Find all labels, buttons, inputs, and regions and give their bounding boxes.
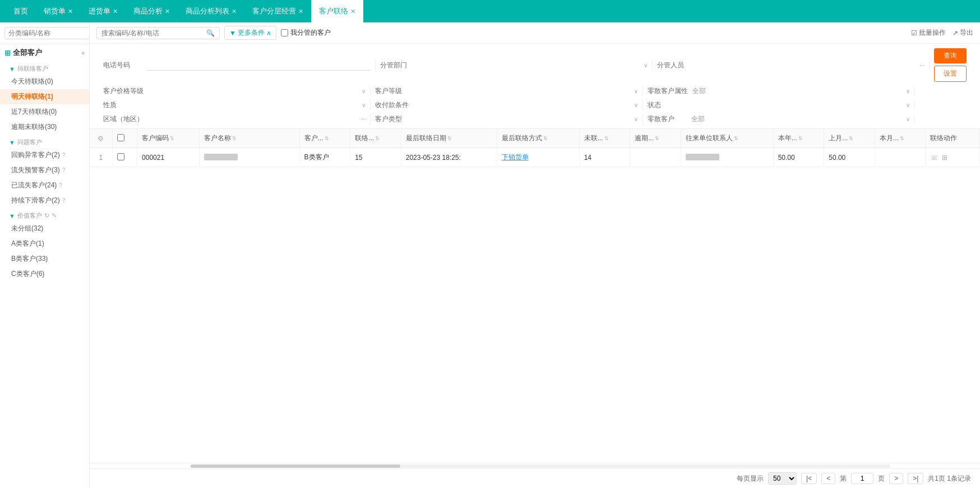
prev-page-button[interactable]: < bbox=[821, 473, 835, 484]
payment-select[interactable]: ∨ bbox=[419, 102, 637, 108]
col-header-code[interactable]: 客户编码⇅ bbox=[137, 129, 200, 148]
col-header-last-date[interactable]: 最后联络日期⇅ bbox=[401, 129, 497, 148]
help-icon[interactable]: ? bbox=[59, 182, 62, 188]
next-page-button[interactable]: > bbox=[889, 473, 903, 484]
first-page-button[interactable]: |< bbox=[801, 473, 817, 484]
search-button[interactable]: 🔍 bbox=[206, 29, 215, 37]
filter-row-1: 电话号码 分管部门 ∨ 分管人员 ··· bbox=[99, 48, 971, 82]
filter-payment: 收付款条件 ∨ bbox=[371, 100, 642, 110]
sort-icon: ⇅ bbox=[655, 136, 659, 141]
batch-operation-button[interactable]: ☑ 批量操作 bbox=[911, 28, 946, 38]
set-button[interactable]: 设置 bbox=[934, 66, 967, 82]
close-icon[interactable]: ✕ bbox=[165, 8, 170, 15]
col-header-contact-person[interactable]: 往来单位联系人⇅ bbox=[681, 129, 773, 148]
col-header-type[interactable]: 客户...⇅ bbox=[299, 129, 350, 148]
nav-product-analysis[interactable]: 商品分析 ✕ bbox=[126, 0, 178, 22]
refresh-icon[interactable]: ↻ bbox=[44, 212, 49, 219]
col-header-this-year[interactable]: 本年...⇅ bbox=[773, 129, 824, 148]
col-header-last-month[interactable]: 上月...⇅ bbox=[824, 129, 875, 148]
col-header-not-contact[interactable]: 未联...⇅ bbox=[579, 129, 630, 148]
gear-icon[interactable]: ⚙ bbox=[98, 135, 104, 142]
nav-sales-order[interactable]: 销货单 ✕ bbox=[36, 0, 81, 22]
filter-row-2: 客户价格等级 ∨ 客户等级 ∨ 零散客户属性 全部 bbox=[99, 86, 971, 96]
sidebar-item-c-class[interactable]: C类客户(6) bbox=[0, 266, 89, 282]
help-icon[interactable]: ? bbox=[62, 167, 66, 173]
more-icon[interactable]: ··· bbox=[361, 116, 366, 122]
filter-phone: 电话号码 bbox=[99, 60, 376, 71]
grid-action-icon[interactable]: ⊞ bbox=[942, 154, 947, 162]
sidebar-item-ungrouped[interactable]: 未分组(32) bbox=[0, 221, 89, 236]
export-icon: ↗ bbox=[953, 29, 958, 37]
row-last-date: 2023-05-23 18:25: bbox=[401, 148, 497, 167]
sidebar-item-repurchase-abnormal[interactable]: 回购异常客户(2) ? bbox=[0, 148, 89, 163]
dept-select[interactable]: ∨ bbox=[424, 62, 648, 68]
select-all-checkbox[interactable] bbox=[117, 134, 124, 141]
export-button[interactable]: ↗ 导出 bbox=[953, 28, 973, 38]
nav-customer-contact[interactable]: 客户联络 ✕ bbox=[311, 0, 363, 22]
more-filter-button[interactable]: ▼ 更多条件 ∧ bbox=[224, 26, 276, 40]
status-select[interactable]: ∨ bbox=[691, 102, 910, 108]
sidebar-item-churn-warning[interactable]: 流失预警客户(3) ? bbox=[0, 163, 89, 178]
row-name bbox=[200, 148, 299, 167]
nav-home[interactable]: 首页 bbox=[6, 0, 36, 22]
close-icon[interactable]: ✕ bbox=[298, 8, 303, 15]
retail-customer-select[interactable]: 全部 ∨ bbox=[691, 114, 910, 124]
my-customers-checkbox[interactable] bbox=[281, 29, 288, 36]
sidebar-item-a-class[interactable]: A类客户(1) bbox=[0, 236, 89, 251]
row-checkbox[interactable] bbox=[117, 153, 124, 160]
sidebar-item-overdue-contact[interactable]: 逾期未联络(30) bbox=[0, 119, 89, 135]
pagination-footer: 每页显示 50 100 200 |< < 第 页 > >| 共1页 1条记录 bbox=[90, 468, 980, 488]
sidebar-item-all-customers[interactable]: ⊞ 全部客户 « bbox=[0, 44, 89, 61]
sidebar-item-b-class[interactable]: B类客户(33) bbox=[0, 251, 89, 266]
collapse-icon[interactable]: « bbox=[81, 50, 85, 56]
customer-level-select[interactable]: ∨ bbox=[419, 88, 637, 94]
col-header-this-month[interactable]: 本月...⇅ bbox=[875, 129, 926, 148]
customer-type-select[interactable]: ∨ bbox=[419, 116, 637, 122]
phone-input[interactable] bbox=[147, 60, 371, 71]
more-icon[interactable]: ··· bbox=[920, 62, 924, 68]
last-page-button[interactable]: >| bbox=[908, 473, 923, 484]
col-header-contact-count[interactable]: 联络...⇅ bbox=[350, 129, 401, 148]
retail-attr-select[interactable]: 全部 ∨ bbox=[692, 86, 910, 96]
nav-customer-tier[interactable]: 客户分层经营 ✕ bbox=[244, 0, 311, 22]
sidebar-group-problem: ▼ 问题客户 bbox=[0, 135, 89, 148]
sidebar-item-7days-pending[interactable]: 近7天待联络(0) bbox=[0, 104, 89, 119]
sort-icon: ⇅ bbox=[849, 136, 853, 141]
last-method-link[interactable]: 下销货单 bbox=[502, 153, 529, 161]
col-header-name[interactable]: 客户名称⇅ bbox=[200, 129, 299, 148]
horizontal-scrollbar[interactable] bbox=[90, 463, 980, 468]
help-icon[interactable]: ? bbox=[62, 197, 66, 204]
sidebar-item-churned[interactable]: 已流失客户(24) ? bbox=[0, 178, 89, 193]
scroll-thumb[interactable] bbox=[191, 464, 400, 468]
col-header-last-method[interactable]: 最后联络方式⇅ bbox=[497, 129, 579, 148]
page-size-select[interactable]: 50 100 200 bbox=[768, 472, 797, 485]
edit-icon[interactable]: ✎ bbox=[52, 212, 57, 219]
row-contact-person bbox=[681, 148, 773, 167]
sidebar-item-declining[interactable]: 持续下滑客户(2) ? bbox=[0, 193, 89, 208]
close-icon[interactable]: ✕ bbox=[232, 8, 237, 15]
search-input[interactable] bbox=[101, 29, 206, 37]
nav-product-analysis-list[interactable]: 商品分析列表 ✕ bbox=[178, 0, 244, 22]
sidebar-item-tomorrow-pending[interactable]: 明天待联络(1) bbox=[0, 89, 89, 104]
close-icon[interactable]: ✕ bbox=[68, 8, 73, 15]
region-select[interactable]: ··· bbox=[148, 116, 366, 122]
sidebar-search-area: 🔍 bbox=[0, 22, 89, 44]
close-icon[interactable]: ✕ bbox=[350, 8, 355, 15]
col-header-overdue[interactable]: 逾期...⇅ bbox=[630, 129, 681, 148]
price-level-select[interactable]: ∨ bbox=[148, 88, 366, 94]
sidebar-item-today-pending[interactable]: 今天待联络(0) bbox=[0, 74, 89, 89]
manager-select[interactable]: ··· bbox=[701, 62, 924, 68]
nature-select[interactable]: ∨ bbox=[147, 102, 366, 108]
gear-column-header[interactable]: ⚙ bbox=[90, 129, 112, 148]
help-icon[interactable]: ? bbox=[62, 152, 66, 158]
query-button[interactable]: 查询 bbox=[934, 48, 967, 63]
phone-action-icon[interactable]: ☏ bbox=[930, 154, 939, 162]
sidebar-search-input[interactable] bbox=[4, 27, 90, 39]
chevron-down-icon: ▼ bbox=[9, 213, 15, 219]
sidebar-group-pending: ▼ 待联络客户 bbox=[0, 61, 89, 74]
chevron-down-icon: ∨ bbox=[906, 88, 910, 94]
row-this-year: 50.00 bbox=[773, 148, 824, 167]
page-number-input[interactable] bbox=[851, 473, 873, 484]
close-icon[interactable]: ✕ bbox=[113, 8, 118, 15]
nav-purchase-order[interactable]: 进货单 ✕ bbox=[81, 0, 126, 22]
